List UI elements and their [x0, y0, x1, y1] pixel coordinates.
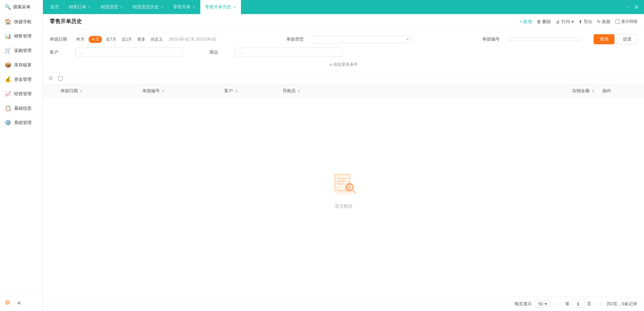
svg-line-8 [353, 191, 355, 193]
operations-icon: 📈 [5, 91, 11, 97]
sidebar-search[interactable]: 🔍 搜索采单 [0, 0, 43, 14]
tab-sales-return-label: 销货退货 [101, 4, 118, 10]
sidebar-search-label: 搜索采单 [13, 4, 31, 10]
th-date[interactable]: 单据日期 ⇅ [56, 85, 138, 98]
page-first-btn[interactable]: ⟨⟨ [553, 301, 557, 306]
tab-sales-order-label: 销售订单 [69, 4, 86, 10]
print-button-label: 打印 ▾ [561, 19, 574, 25]
delete-button[interactable]: 🗑 删除 [537, 19, 551, 25]
filter-row-customer: 客户 … 商品 … [50, 48, 637, 57]
tab-retail-history-label: 零售开单历史 [205, 4, 231, 10]
tab-minimize-icon[interactable]: － [626, 4, 631, 11]
tab-sales-return-history-close[interactable]: ✕ [161, 5, 163, 9]
query-button[interactable]: 查询 [594, 34, 614, 44]
sidebar-item-operations[interactable]: 📈 经营管理 [0, 87, 43, 101]
total-info: 共0页，0条记录 [606, 301, 637, 307]
settings-icon[interactable]: ⚙ [5, 299, 10, 306]
tab-sales-return[interactable]: 销货退货 ✕ [96, 0, 128, 14]
delete-button-label: 删除 [542, 19, 551, 25]
customer-filter-dots[interactable]: … [79, 49, 84, 55]
sidebar-item-basic-info[interactable]: 📋 基础信息 [0, 101, 43, 115]
page-content: 零售开单历史 + 新增 🗑 删除 🖨 打印 ▾ ⬆ 导出 [43, 14, 644, 311]
setting-button[interactable]: 设置 [617, 34, 637, 44]
page-label-prefix: 第 [565, 301, 569, 307]
display-detail-input[interactable] [615, 19, 620, 24]
refresh-button[interactable]: ↻ 刷新 [597, 19, 611, 25]
customer-filter-label: 客户 [50, 49, 68, 55]
search-icon: 🔍 [5, 4, 11, 10]
collapse-button[interactable]: ∧ 收起更多条件 [329, 62, 358, 67]
cart-icon: 🛒 [5, 47, 11, 54]
tab-close-icon[interactable]: ✕ [634, 4, 639, 10]
tab-sales-return-close[interactable]: ✕ [120, 5, 123, 9]
tab-sales-order[interactable]: 销售订单 ✕ [64, 0, 96, 14]
tab-retail-open[interactable]: 零售开单 ✕ [168, 0, 200, 14]
customer-filter-input[interactable]: … [75, 48, 183, 57]
page-next-btn[interactable]: ＞ [593, 301, 598, 307]
refresh-button-label: 刷新 [602, 19, 611, 25]
sort-salesperson-icon: ⇅ [297, 89, 300, 93]
page-label-suffix: 页 [587, 301, 591, 307]
goods-filter-label: 商品 [209, 49, 228, 55]
export-button[interactable]: ⬆ 导出 [579, 19, 592, 25]
goods-filter-dots[interactable]: … [239, 49, 244, 55]
date-last1month-btn[interactable]: 近1月 [120, 36, 134, 43]
add-button[interactable]: + 新增 [519, 19, 532, 25]
type-filter-label: 单据类型 [286, 36, 305, 42]
page-input[interactable] [572, 300, 585, 308]
collapse-sidebar-icon[interactable]: ◀ [17, 300, 20, 305]
page-prev-btn[interactable]: ＜ [559, 301, 563, 307]
sidebar-item-label: 销售管理 [14, 33, 32, 39]
sidebar-item-purchase-mgmt[interactable]: 🛒 采购管理 [0, 43, 43, 58]
type-filter-select[interactable]: ▾ [312, 36, 412, 43]
th-amount[interactable]: 实销金额 ⇅ [516, 85, 598, 98]
sidebar-item-finance[interactable]: 💰 资金管理 [0, 72, 43, 87]
doc-number-filter-input[interactable] [508, 38, 582, 41]
tab-retail-history[interactable]: 零售开单历史 ✕ [200, 0, 241, 14]
th-customer[interactable]: 客户 ⇅ [220, 85, 278, 98]
refresh-icon: ↻ [597, 19, 601, 24]
th-customer-label: 客户 [224, 88, 233, 93]
sidebar-item-label: 经营管理 [14, 91, 32, 97]
display-detail-checkbox[interactable]: 显示明细 [615, 19, 637, 24]
sidebar-item-quick-nav[interactable]: 🏠 快捷导航 [0, 14, 43, 29]
table-settings-icon[interactable]: ⚙ [48, 75, 53, 82]
print-button[interactable]: 🖨 打印 ▾ [556, 19, 574, 25]
date-today-btn[interactable]: 今天 [89, 36, 102, 43]
chevron-down-icon: ▾ [407, 37, 409, 42]
page-last-btn[interactable]: ⟩⟩ [600, 301, 603, 306]
collapse-label: 收起更多条件 [334, 62, 358, 67]
empty-illustration [327, 164, 360, 198]
sidebar-item-inventory[interactable]: 📦 库存核算 [0, 58, 43, 72]
select-all-checkbox[interactable] [58, 76, 63, 81]
tab-retail-open-close[interactable]: ✕ [193, 5, 195, 9]
filter-row-date: 单据日期 昨天 今天 近7天 近1月 更多 自定义 2023-06-02 至 2… [50, 34, 637, 44]
filter-area: 单据日期 昨天 今天 近7天 近1月 更多 自定义 2023-06-02 至 2… [43, 30, 644, 72]
sidebar: 🔍 搜索采单 🏠 快捷导航 📊 销售管理 🛒 采购管理 📦 库存核算 💰 资金管… [0, 0, 43, 311]
th-salesperson[interactable]: 导购员 ⇅ [279, 85, 349, 98]
tab-bar-actions: － ✕ [626, 4, 641, 11]
export-icon: ⬆ [579, 19, 582, 24]
th-number-label: 单据编号 [142, 88, 160, 93]
main-content: 首页 销售订单 ✕ 销货退货 ✕ 销货退货历史 ✕ 零售开单 ✕ 零售开单历史 … [43, 0, 644, 311]
tab-sales-return-history[interactable]: 销货退货历史 ✕ [128, 0, 168, 14]
date-custom-btn[interactable]: 自定义 [149, 36, 164, 43]
chart-icon: 📊 [5, 33, 11, 39]
date-more-btn[interactable]: 更多 [136, 36, 147, 43]
data-table: 单据日期 ⇅ 单据编号 ⇅ 客户 ⇅ 导购员 ⇅ [43, 85, 644, 98]
page-header: 零售开单历史 + 新增 🗑 删除 🖨 打印 ▾ ⬆ 导出 [43, 14, 644, 30]
tab-retail-open-label: 零售开单 [173, 4, 191, 10]
th-number[interactable]: 单据编号 ⇅ [138, 85, 220, 98]
sidebar-item-system-mgmt[interactable]: ⚙️ 系统管理 [0, 115, 43, 130]
date-yesterday-btn[interactable]: 昨天 [75, 36, 86, 43]
page-size-select[interactable]: 50 ▾ [535, 300, 550, 308]
tab-retail-history-close[interactable]: ✕ [233, 5, 236, 9]
date-last7-btn[interactable]: 近7天 [105, 36, 118, 43]
tab-home[interactable]: 首页 [46, 0, 64, 14]
tab-sales-order-close[interactable]: ✕ [88, 5, 91, 9]
th-checkbox [43, 85, 56, 98]
sidebar-item-sales-mgmt[interactable]: 📊 销售管理 [0, 29, 43, 43]
sidebar-footer: ⚙ ◀ [0, 294, 43, 311]
goods-filter-input[interactable]: … [235, 48, 342, 57]
date-range-display: 2023-06-02 至 2023-06-02 [169, 37, 216, 42]
